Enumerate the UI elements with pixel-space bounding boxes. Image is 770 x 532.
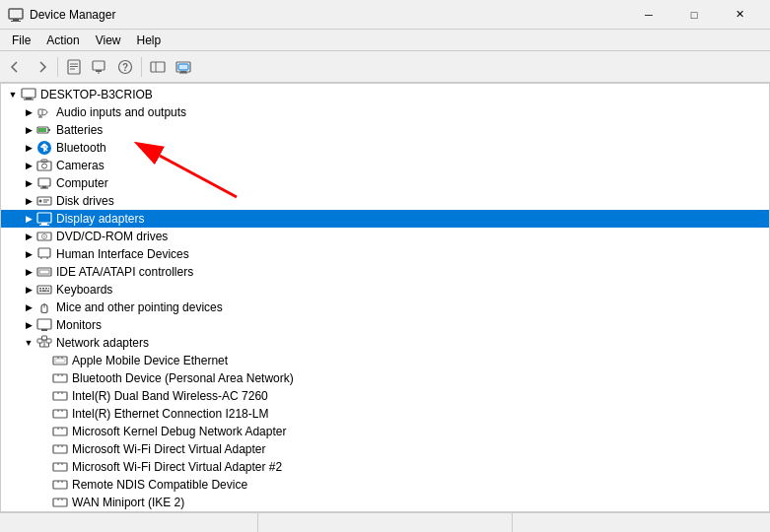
svg-rect-89 <box>53 481 67 489</box>
wan-icon <box>52 495 68 510</box>
svg-rect-0 <box>9 9 23 19</box>
status-panel-1 <box>4 513 258 532</box>
bt-pan-icon <box>52 370 68 386</box>
menu-help[interactable]: Help <box>129 32 170 49</box>
svg-point-29 <box>42 164 47 168</box>
minimize-button[interactable]: ─ <box>626 0 671 30</box>
svg-rect-25 <box>48 129 50 131</box>
svg-rect-83 <box>53 445 67 453</box>
svg-rect-18 <box>22 89 35 98</box>
svg-rect-39 <box>41 223 47 225</box>
status-bar <box>0 512 770 532</box>
tree-item-hid[interactable]: ▶ Human Interface Devices <box>1 245 769 263</box>
ms-kernel-label: Microsoft Kernel Debug Network Adapter <box>72 425 286 438</box>
svg-text:?: ? <box>122 62 128 73</box>
tree-item-intel-ethernet[interactable]: ▶ Intel(R) Ethernet Connection I218-LM <box>1 405 769 423</box>
ms-wifi-direct2-icon <box>52 459 68 475</box>
status-panel-2 <box>258 513 513 532</box>
window-controls: ─ □ ✕ <box>626 0 762 30</box>
svg-rect-54 <box>39 291 41 293</box>
help-button[interactable]: ? <box>113 55 137 79</box>
expander-audio: ▶ <box>21 104 36 120</box>
svg-rect-58 <box>37 319 51 329</box>
svg-rect-53 <box>48 288 49 290</box>
bluetooth-label: Bluetooth <box>56 141 106 155</box>
ms-wifi-direct-icon <box>52 441 68 457</box>
monitor-icon <box>36 317 52 333</box>
status-panel-3 <box>513 513 766 532</box>
title-bar: Device Manager ─ □ ✕ <box>0 0 770 30</box>
tree-view[interactable]: ▼ DESKTOP-B3CRIOB ▶ <box>1 84 769 511</box>
tree-item-ms-wifi-direct2[interactable]: ▶ Microsoft Wi-Fi Direct Virtual Adapter… <box>1 458 769 476</box>
forward-button[interactable] <box>30 55 53 79</box>
scan-hardware-button[interactable] <box>172 55 195 79</box>
mouse-icon <box>36 299 52 315</box>
toolbar-sep-2 <box>141 57 142 77</box>
network-label: Network adapters <box>56 336 149 350</box>
tree-item-monitors[interactable]: ▶ Monitors <box>1 316 769 334</box>
bt-pan-label: Bluetooth Device (Personal Area Network) <box>72 371 294 385</box>
tree-item-ms-kernel[interactable]: ▶ Microsoft Kernel Debug Network Adapter <box>1 423 769 440</box>
tree-item-computer[interactable]: ▶ Computer <box>1 174 769 192</box>
menu-file[interactable]: File <box>4 32 38 49</box>
back-button[interactable] <box>4 55 28 79</box>
apple-ethernet-label: Apple Mobile Device Ethernet <box>72 354 228 367</box>
menu-action[interactable]: Action <box>38 32 87 49</box>
tree-item-mice[interactable]: ▶ Mice and other pointing devices <box>1 299 769 316</box>
tree-item-audio[interactable]: ▶ Audio inputs and outputs <box>1 103 769 121</box>
svg-rect-77 <box>53 410 67 418</box>
properties-button[interactable] <box>62 55 86 79</box>
tree-item-ms-wifi-direct[interactable]: ▶ Microsoft Wi-Fi Direct Virtual Adapter <box>1 440 769 458</box>
audio-label: Audio inputs and outputs <box>56 105 186 119</box>
menu-bar: File Action View Help <box>0 30 770 51</box>
tree-item-intel-wireless[interactable]: ▶ Intel(R) Dual Band Wireless-AC 7260 <box>1 387 769 405</box>
maximize-button[interactable]: □ <box>671 0 717 30</box>
tree-item-keyboards[interactable]: ▶ Keyboards <box>1 281 769 299</box>
tree-item-cameras[interactable]: ▶ Cameras <box>1 157 769 174</box>
tree-item-ide[interactable]: ▶ IDE ATA/ATAPI controllers <box>1 263 769 281</box>
display-icon <box>36 211 52 227</box>
update-driver-button[interactable] <box>88 55 111 79</box>
tree-item-disk[interactable]: ▶ Disk drives <box>1 192 769 210</box>
tree-item-wan[interactable]: ▶ WAN Miniport (IKE 2) <box>1 494 769 511</box>
wan-label: WAN Miniport (IKE 2) <box>72 496 184 509</box>
tree-item-dvd[interactable]: ▶ DVD/CD-ROM drives <box>1 228 769 245</box>
display-label: Display adapters <box>56 212 144 226</box>
tree-item-bluetooth[interactable]: ▶ Bluetooth <box>1 139 769 157</box>
hid-label: Human Interface Devices <box>56 247 189 261</box>
ide-label: IDE ATA/ATAPI controllers <box>56 265 193 279</box>
svg-rect-71 <box>53 374 67 382</box>
tree-item-network[interactable]: ▼ Network adapters <box>1 334 769 352</box>
close-button[interactable]: ✕ <box>717 0 762 30</box>
svg-rect-86 <box>53 463 67 471</box>
svg-rect-2 <box>11 21 21 22</box>
tree-item-batteries[interactable]: ▶ Batteries <box>1 121 769 139</box>
disk-label: Disk drives <box>56 194 114 208</box>
hid-icon <box>36 246 52 262</box>
svg-rect-31 <box>38 178 50 186</box>
tree-root[interactable]: ▼ DESKTOP-B3CRIOB <box>1 86 769 103</box>
svg-rect-38 <box>37 213 51 223</box>
svg-rect-74 <box>53 392 67 400</box>
ide-icon <box>36 264 52 280</box>
toolbar-sep-1 <box>57 57 58 77</box>
monitors-label: Monitors <box>56 318 102 332</box>
show-hidden-button[interactable] <box>146 55 170 79</box>
tree-item-bt-pan[interactable]: ▶ Bluetooth Device (Personal Area Networ… <box>1 369 769 387</box>
svg-point-43 <box>43 235 45 237</box>
menu-view[interactable]: View <box>88 32 129 49</box>
expander-monitors: ▶ <box>21 317 36 333</box>
svg-rect-1 <box>13 19 19 21</box>
tree-item-apple-ethernet[interactable]: ▶ Apple Mobile Device Ethernet <box>1 352 769 369</box>
cameras-label: Cameras <box>56 159 105 172</box>
bluetooth-icon <box>36 140 52 156</box>
svg-rect-55 <box>42 291 47 293</box>
tree-item-remote-ndis[interactable]: ▶ Remote NDIS Compatible Device <box>1 476 769 494</box>
app-icon <box>8 7 24 23</box>
apple-ethernet-icon <box>52 353 68 368</box>
expander-dvd: ▶ <box>21 229 36 244</box>
tree-item-display[interactable]: ▶ Display adapters <box>1 210 769 228</box>
intel-wireless-label: Intel(R) Dual Band Wireless-AC 7260 <box>72 389 268 403</box>
intel-ethernet-icon <box>52 406 68 422</box>
expander-batteries: ▶ <box>21 122 36 138</box>
